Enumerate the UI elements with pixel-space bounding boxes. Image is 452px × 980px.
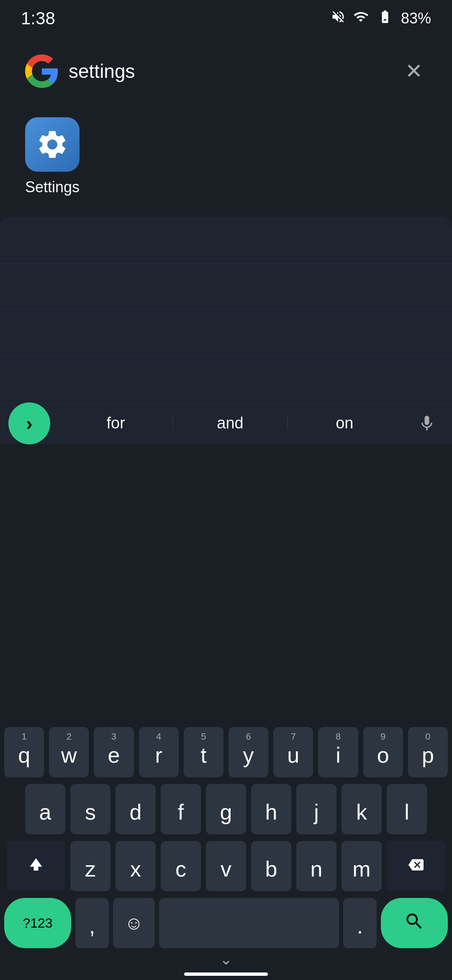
number-symbols-button[interactable]: ?123: [4, 898, 71, 948]
svg-rect-0: [384, 15, 386, 19]
voice-input-button[interactable]: [410, 407, 444, 440]
space-button[interactable]: [159, 898, 339, 948]
emoji-button[interactable]: ☺: [113, 898, 155, 948]
key-p[interactable]: 0p: [408, 727, 448, 777]
expand-suggestions-button[interactable]: ›: [8, 402, 50, 444]
app-result-settings[interactable]: Settings: [0, 105, 84, 209]
settings-app-label: Settings: [25, 178, 80, 196]
key-t[interactable]: 5t: [184, 727, 223, 777]
battery-percent: 83%: [401, 10, 431, 27]
suggestion-row-1[interactable]: [0, 217, 452, 263]
key-comma[interactable]: ,: [75, 898, 109, 948]
suggestion-row-2[interactable]: [0, 263, 452, 309]
suggestions-area: [0, 217, 452, 401]
microphone-icon: [418, 414, 436, 433]
key-m[interactable]: m: [342, 841, 382, 891]
settings-app-icon: [25, 117, 80, 172]
key-o[interactable]: 9o: [363, 727, 403, 777]
shift-icon: [27, 855, 45, 874]
key-i[interactable]: 8i: [318, 727, 358, 777]
google-logo: [25, 54, 59, 88]
shift-button[interactable]: [7, 841, 65, 891]
key-h[interactable]: h: [251, 784, 291, 834]
key-f[interactable]: f: [161, 784, 201, 834]
keyboard-row-4: ?123 , ☺ .: [0, 898, 452, 948]
clear-search-button[interactable]: ✕: [401, 55, 427, 88]
gesture-bar: [184, 972, 268, 976]
keyboard-row-3: z x c v b n m: [0, 841, 452, 891]
search-icon: [404, 911, 425, 932]
key-e[interactable]: 3e: [94, 727, 134, 777]
key-u[interactable]: 7u: [273, 727, 313, 777]
backspace-button[interactable]: [387, 841, 445, 891]
key-n[interactable]: n: [296, 841, 336, 891]
search-button[interactable]: [381, 898, 448, 948]
mute-icon: [331, 9, 346, 28]
keyboard-row-1: 1q 2w 3e 4r 5t 6y 7u 8i 9o 0p: [0, 727, 452, 777]
status-icons: 83%: [331, 9, 431, 28]
battery-icon: [376, 9, 394, 28]
status-bar: 1:38 83%: [0, 0, 452, 34]
key-a[interactable]: a: [25, 784, 65, 834]
word-suggestion-for[interactable]: for: [59, 410, 173, 436]
key-q[interactable]: 1q: [4, 727, 44, 777]
gear-icon: [36, 128, 69, 161]
word-suggestion-and[interactable]: and: [173, 410, 287, 436]
search-bar[interactable]: settings ✕: [13, 46, 439, 96]
hide-keyboard-button[interactable]: ⌄: [220, 951, 232, 968]
keyboard-row-2: a s d f g h j k l: [0, 784, 452, 834]
word-suggestions-bar: › for and on: [0, 402, 452, 444]
key-r[interactable]: 4r: [139, 727, 179, 777]
key-s[interactable]: s: [70, 784, 110, 834]
key-g[interactable]: g: [206, 784, 246, 834]
suggestion-row-4[interactable]: [0, 355, 452, 401]
key-d[interactable]: d: [116, 784, 156, 834]
suggestion-row-3[interactable]: [0, 309, 452, 355]
key-c[interactable]: c: [161, 841, 201, 891]
key-period[interactable]: .: [343, 898, 377, 948]
key-v[interactable]: v: [206, 841, 246, 891]
key-j[interactable]: j: [296, 784, 336, 834]
key-l[interactable]: l: [387, 784, 427, 834]
word-suggestion-on[interactable]: on: [288, 410, 402, 436]
key-z[interactable]: z: [70, 841, 110, 891]
arrow-right-icon: ›: [26, 412, 32, 435]
key-y[interactable]: 6y: [229, 727, 268, 777]
search-input-value[interactable]: settings: [69, 60, 401, 83]
key-b[interactable]: b: [251, 841, 291, 891]
key-k[interactable]: k: [342, 784, 382, 834]
backspace-icon: [406, 857, 426, 872]
nav-bar: ⌄: [0, 951, 452, 976]
status-time: 1:38: [21, 8, 55, 28]
key-x[interactable]: x: [116, 841, 156, 891]
wifi-icon: [352, 9, 369, 28]
key-w[interactable]: 2w: [49, 727, 89, 777]
keyboard: 1q 2w 3e 4r 5t 6y 7u 8i 9o 0p a s d f g …: [0, 727, 452, 955]
